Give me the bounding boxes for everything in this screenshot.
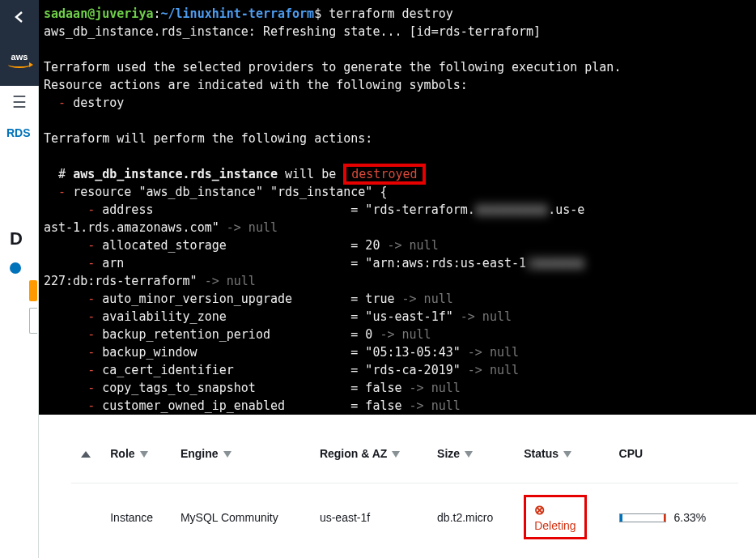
- col-role[interactable]: Role: [104, 439, 174, 483]
- cpu-percent: 6.33%: [673, 511, 706, 524]
- table-row[interactable]: Instance MySQL Community us-east-1f db.t…: [71, 483, 738, 552]
- table-header-row: Role Engine Region & AZ Size Status CPU: [71, 439, 738, 483]
- status-text: Deleting: [534, 519, 575, 532]
- prompt-path: ~/linuxhint-terraform: [161, 6, 315, 21]
- destroyed-highlight: destroyed: [343, 164, 425, 185]
- heading-partial: D: [0, 209, 38, 256]
- terminal-window[interactable]: sadaan@juveriya:~/linuxhint-terraform$ t…: [39, 0, 756, 415]
- col-cpu[interactable]: CPU: [613, 439, 738, 483]
- db-table-panel: Role Engine Region & AZ Size Status CPU …: [39, 415, 756, 558]
- partial-console-column: D: [0, 209, 39, 387]
- col-size[interactable]: Size: [431, 439, 517, 483]
- prompt-user: sadaan@juveriya: [44, 6, 153, 21]
- aws-smile-icon: [8, 62, 31, 68]
- action-button-partial[interactable]: [29, 280, 37, 301]
- databases-table: Role Engine Region & AZ Size Status CPU …: [71, 439, 738, 551]
- cpu-meter: [619, 513, 666, 522]
- input-partial[interactable]: [29, 308, 37, 334]
- filter-icon: [140, 451, 148, 458]
- sort-asc-icon: [81, 451, 91, 458]
- hamburger-menu[interactable]: ☰: [0, 86, 39, 118]
- filter-icon: [223, 451, 231, 458]
- arrow-left-icon: [11, 9, 28, 25]
- cpu-warn-marker: [664, 514, 665, 522]
- back-button[interactable]: [0, 0, 39, 34]
- service-label[interactable]: RDS: [0, 118, 38, 147]
- col-sort[interactable]: [71, 439, 104, 483]
- radio-selected-icon[interactable]: [10, 262, 21, 274]
- cell-region: us-east-1f: [313, 483, 431, 552]
- command-text: terraform destroy: [329, 6, 453, 21]
- cell-cpu: 6.33%: [613, 483, 738, 552]
- redacted-text: :xxxxxxx: [526, 256, 584, 270]
- redacted-text: xxxxxxxxxx: [475, 202, 548, 217]
- filter-icon: [465, 451, 473, 458]
- cell-size: db.t2.micro: [431, 483, 517, 552]
- aws-logo-text: aws: [11, 52, 28, 62]
- cell-engine: MySQL Community: [174, 483, 313, 552]
- error-circle-icon: ⊗: [534, 503, 545, 517]
- col-engine[interactable]: Engine: [174, 439, 313, 483]
- cell-role: Instance: [104, 483, 174, 552]
- col-region[interactable]: Region & AZ: [313, 439, 431, 483]
- cpu-fill: [620, 514, 622, 522]
- filter-icon: [392, 451, 400, 458]
- aws-logo[interactable]: aws: [0, 34, 39, 86]
- filter-icon: [563, 451, 571, 458]
- status-badge: ⊗ Deleting: [524, 495, 586, 539]
- col-status[interactable]: Status: [517, 439, 612, 483]
- refresh-line: aws_db_instance.rds_instance: Refreshing…: [44, 24, 541, 39]
